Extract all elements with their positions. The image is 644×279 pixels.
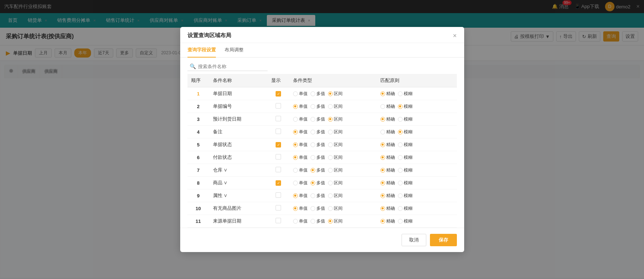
tab-layout-adjust[interactable]: 布局调整	[225, 43, 244, 58]
type-option-区间-10[interactable]: 区间	[328, 218, 343, 224]
type-radio-单值-9[interactable]	[293, 206, 298, 211]
type-radio-区间-1[interactable]	[328, 104, 333, 109]
type-radio-多值-1[interactable]	[311, 104, 315, 109]
match-option-精确-0[interactable]: 精确	[380, 91, 395, 97]
match-radio-精确-7[interactable]	[380, 181, 385, 185]
type-option-多值-0[interactable]: 多值	[311, 91, 325, 97]
tab-query-fields[interactable]: 查询字段设置	[187, 43, 216, 58]
match-option-模糊-0[interactable]: 模糊	[398, 91, 412, 97]
type-option-多值-10[interactable]: 多值	[311, 218, 325, 224]
type-radio-区间-5[interactable]	[328, 155, 333, 160]
display-checkbox-10[interactable]	[276, 218, 281, 223]
type-radio-区间-10[interactable]	[328, 219, 333, 224]
match-radio-精确-10[interactable]	[380, 219, 385, 224]
match-option-模糊-6[interactable]: 模糊	[398, 167, 412, 173]
match-radio-模糊-6[interactable]	[398, 168, 403, 173]
display-checkbox-4[interactable]	[276, 142, 281, 148]
type-radio-区间-9[interactable]	[328, 206, 333, 211]
match-radio-模糊-7[interactable]	[398, 181, 403, 185]
type-radio-单值-2[interactable]	[293, 117, 298, 122]
type-option-区间-3[interactable]: 区间	[328, 129, 343, 135]
match-radio-模糊-3[interactable]	[398, 130, 403, 134]
match-radio-精确-8[interactable]	[380, 193, 385, 198]
display-checkbox-9[interactable]	[276, 205, 281, 211]
type-radio-区间-4[interactable]	[328, 142, 333, 147]
type-radio-单值-4[interactable]	[293, 142, 298, 147]
type-option-单值-5[interactable]: 单值	[293, 154, 308, 161]
match-radio-精确-3[interactable]	[380, 130, 385, 134]
match-option-模糊-7[interactable]: 模糊	[398, 180, 412, 186]
match-option-精确-9[interactable]: 精确	[380, 205, 395, 212]
type-radio-区间-2[interactable]	[328, 117, 333, 122]
search-input-wrap[interactable]: 🔍	[187, 62, 268, 71]
type-option-单值-7[interactable]: 单值	[293, 180, 308, 186]
type-radio-多值-0[interactable]	[311, 91, 315, 96]
type-radio-单值-6[interactable]	[293, 168, 298, 173]
match-option-模糊-10[interactable]: 模糊	[398, 218, 412, 224]
display-checkbox-1[interactable]	[276, 103, 281, 109]
match-radio-模糊-0[interactable]	[398, 91, 403, 96]
match-option-模糊-4[interactable]: 模糊	[398, 142, 412, 148]
type-option-单值-6[interactable]: 单值	[293, 167, 308, 173]
match-radio-模糊-5[interactable]	[398, 155, 403, 160]
type-radio-多值-4[interactable]	[311, 142, 315, 147]
type-option-多值-5[interactable]: 多值	[311, 154, 325, 161]
match-radio-精确-6[interactable]	[380, 168, 385, 173]
type-option-多值-1[interactable]: 多值	[311, 103, 325, 110]
match-option-精确-3[interactable]: 精确	[380, 129, 395, 135]
match-radio-模糊-8[interactable]	[398, 193, 403, 198]
match-radio-模糊-1[interactable]	[398, 104, 403, 109]
match-option-精确-5[interactable]: 精确	[380, 154, 395, 161]
match-option-模糊-1[interactable]: 模糊	[398, 103, 412, 110]
match-option-精确-7[interactable]: 精确	[380, 180, 395, 186]
match-option-模糊-3[interactable]: 模糊	[398, 129, 412, 135]
type-option-多值-4[interactable]: 多值	[311, 142, 325, 148]
type-radio-单值-0[interactable]	[293, 91, 298, 96]
match-radio-精确-1[interactable]	[380, 104, 385, 109]
type-option-区间-7[interactable]: 区间	[328, 180, 343, 186]
match-radio-模糊-9[interactable]	[398, 206, 403, 211]
type-option-单值-9[interactable]: 单值	[293, 205, 308, 212]
cancel-btn[interactable]: 取消	[402, 234, 426, 246]
type-option-单值-8[interactable]: 单值	[293, 193, 308, 199]
type-option-单值-0[interactable]: 单值	[293, 91, 308, 97]
type-radio-单值-5[interactable]	[293, 155, 298, 160]
type-radio-区间-8[interactable]	[328, 193, 333, 198]
type-radio-单值-8[interactable]	[293, 193, 298, 198]
type-option-单值-3[interactable]: 单值	[293, 129, 308, 135]
save-btn[interactable]: 保存	[430, 234, 457, 246]
type-option-单值-1[interactable]: 单值	[293, 103, 308, 110]
type-option-多值-2[interactable]: 多值	[311, 116, 325, 122]
type-radio-多值-3[interactable]	[311, 130, 315, 134]
type-option-区间-1[interactable]: 区间	[328, 103, 343, 110]
match-option-模糊-9[interactable]: 模糊	[398, 205, 412, 212]
match-option-精确-10[interactable]: 精确	[380, 218, 395, 224]
type-option-区间-9[interactable]: 区间	[328, 205, 343, 212]
type-option-多值-8[interactable]: 多值	[311, 193, 325, 199]
type-option-区间-2[interactable]: 区间	[328, 116, 343, 122]
type-radio-多值-7[interactable]	[311, 181, 315, 185]
match-radio-模糊-10[interactable]	[398, 219, 403, 224]
type-radio-多值-5[interactable]	[311, 155, 315, 160]
match-option-模糊-2[interactable]: 模糊	[398, 116, 412, 122]
match-option-精确-2[interactable]: 精确	[380, 116, 395, 122]
type-radio-区间-3[interactable]	[328, 130, 333, 134]
search-input[interactable]	[198, 64, 264, 69]
type-radio-单值-7[interactable]	[293, 181, 298, 185]
display-checkbox-5[interactable]	[276, 154, 281, 160]
display-checkbox-0[interactable]	[276, 91, 281, 97]
display-checkbox-8[interactable]	[276, 192, 281, 198]
match-option-精确-1[interactable]: 精确	[380, 103, 395, 110]
match-option-模糊-8[interactable]: 模糊	[398, 193, 412, 199]
type-option-单值-2[interactable]: 单值	[293, 116, 308, 122]
match-option-精确-4[interactable]: 精确	[380, 142, 395, 148]
type-radio-多值-10[interactable]	[311, 219, 315, 224]
type-option-区间-8[interactable]: 区间	[328, 193, 343, 199]
match-radio-精确-2[interactable]	[380, 117, 385, 122]
display-checkbox-7[interactable]	[276, 180, 281, 186]
match-radio-精确-5[interactable]	[380, 155, 385, 160]
match-radio-模糊-2[interactable]	[398, 117, 403, 122]
type-radio-区间-7[interactable]	[328, 181, 333, 185]
display-checkbox-6[interactable]	[276, 167, 281, 172]
type-radio-单值-1[interactable]	[293, 104, 298, 109]
